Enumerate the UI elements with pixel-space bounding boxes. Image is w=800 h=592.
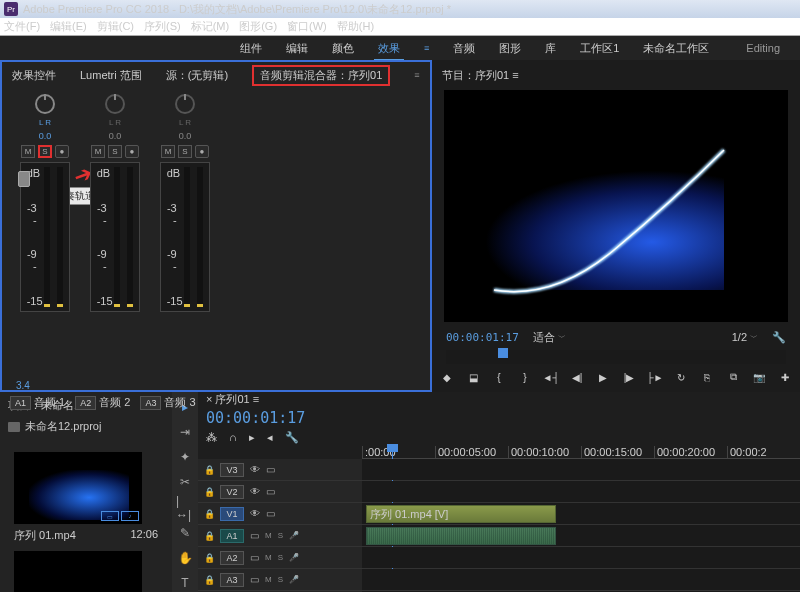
pan-knob[interactable] [35,94,55,114]
lock-icon[interactable]: 🔒 [204,465,214,475]
fader-handle[interactable] [18,171,30,187]
track-a2[interactable]: 🔒A2▭MS🎤 [198,547,800,569]
eye-icon[interactable]: 👁 [250,486,260,497]
in-button[interactable]: { [492,370,506,384]
solo-button[interactable]: S [178,145,192,158]
marker-icon[interactable]: ▸ [249,431,255,444]
export-frame-button[interactable]: 📷 [752,370,766,384]
track-foot-3[interactable]: A3音频 3 [140,395,195,410]
program-scrubber[interactable] [446,350,786,364]
audio-clip[interactable] [366,527,556,545]
track-a3[interactable]: 🔒A3▭MS🎤 [198,569,800,591]
settings-icon[interactable]: ◂ [267,431,273,444]
program-tab[interactable]: 节目：序列01 ≡ [436,64,796,86]
mute-button[interactable]: M [21,145,35,158]
track-v2[interactable]: 🔒V2👁▭ [198,481,800,503]
pan-knob[interactable] [105,94,125,114]
menu-window[interactable]: 窗口(W) [287,19,327,34]
video-clip[interactable]: 序列 01.mp4 [V] [366,505,556,523]
button-editor[interactable]: ✚ [778,370,792,384]
tab-audio-clip-mixer[interactable]: 音频剪辑混合器：序列01 [252,65,390,86]
snap-icon[interactable]: ⁂ [206,431,217,444]
pan-value[interactable]: 0.0 [109,131,122,141]
zoom-dropdown[interactable]: 1/2﹀ [732,331,758,343]
eye-icon[interactable]: 👁 [250,508,260,519]
time-ruler[interactable]: :00:0000:00:05:0000:00:10:0000:00:15:000… [362,446,800,459]
ripple-tool[interactable]: ✦ [176,448,194,465]
ws-menu-icon[interactable]: ≡ [424,43,429,53]
ws-audio[interactable]: 音频 [453,41,475,56]
fit-dropdown[interactable]: 适合﹀ [533,330,566,345]
solo-button[interactable]: S [38,145,52,158]
extract-button[interactable]: ⧉ [726,370,740,384]
eye-icon[interactable]: 👁 [250,464,260,475]
track-a1[interactable]: 🔒A1▭MS🎤 [198,525,800,547]
hand-tool[interactable]: ✋ [176,550,194,567]
lock-icon[interactable]: 🔒 [204,509,214,519]
wrench-icon[interactable]: 🔧 [285,431,299,444]
lock-icon[interactable]: 🔒 [204,575,214,585]
razor-tool[interactable]: ✂ [176,473,194,490]
ws-effects[interactable]: 效果 [378,41,400,56]
wrench-icon[interactable]: 🔧 [772,331,786,344]
loop-button[interactable]: ↻ [674,370,688,384]
project-file[interactable]: 未命名12.prproj [4,415,168,438]
playhead-marker[interactable] [498,348,508,358]
lock-icon[interactable]: 🔒 [204,553,214,563]
record-button[interactable]: ● [195,145,209,158]
lock-icon[interactable]: 🔒 [204,487,214,497]
mic-icon[interactable]: 🎤 [289,553,299,562]
tab-lumetri[interactable]: Lumetri 范围 [80,68,142,83]
add-marker-button[interactable]: ⬓ [466,370,480,384]
pan-value[interactable]: 0.0 [179,131,192,141]
fader[interactable]: dB-3 --9 --15 [20,162,70,312]
mic-icon[interactable]: 🎤 [289,531,299,540]
ws-graphics[interactable]: 图形 [499,41,521,56]
tab-source[interactable]: 源：(无剪辑) [166,68,228,83]
lock-icon[interactable]: 🔒 [204,531,214,541]
link-icon[interactable]: ∩ [229,431,237,444]
tab-effect-controls[interactable]: 效果控件 [12,68,56,83]
go-to-in-button[interactable]: ◄┤ [544,370,558,384]
menu-graphics[interactable]: 图形(G) [239,19,277,34]
track-foot-2[interactable]: A2音频 2 [75,395,130,410]
ws-extra[interactable]: Editing [746,42,780,54]
pan-knob[interactable] [175,94,195,114]
program-timecode[interactable]: 00:00:01:17 [446,331,519,344]
ws-color[interactable]: 颜色 [332,41,354,56]
step-fwd-button[interactable]: |▶ [622,370,636,384]
mark-in-button[interactable]: ◆ [440,370,454,384]
fader[interactable]: dB-3 --9 --15 [160,162,210,312]
out-button[interactable]: } [518,370,532,384]
track-select-tool[interactable]: ⇥ [176,423,194,440]
type-tool[interactable]: T [176,575,194,592]
ws-assembly[interactable]: 组件 [240,41,262,56]
record-button[interactable]: ● [125,145,139,158]
mute-button[interactable]: M [91,145,105,158]
menu-file[interactable]: 文件(F) [4,19,40,34]
solo-button[interactable]: S [108,145,122,158]
track-v1[interactable]: 🔒V1👁▭序列 01.mp4 [V] [198,503,800,525]
menu-sequence[interactable]: 序列(S) [144,19,181,34]
track-v3[interactable]: 🔒V3👁▭ [198,459,800,481]
clip-thumbnail[interactable]: ▭♪ [14,452,142,524]
track-foot-1[interactable]: A1音频 1 [10,395,65,410]
menu-mark[interactable]: 标记(M) [191,19,230,34]
menu-clip[interactable]: 剪辑(C) [97,19,134,34]
ws-ws1[interactable]: 工作区1 [580,41,619,56]
step-back-button[interactable]: ◀| [570,370,584,384]
program-monitor[interactable] [444,90,788,322]
play-button[interactable]: ▶ [596,370,610,384]
slip-tool[interactable]: |↔| [176,499,194,517]
pan-value[interactable]: 0.0 [39,131,52,141]
mute-button[interactable]: M [161,145,175,158]
lift-button[interactable]: ⎘ [700,370,714,384]
menu-edit[interactable]: 编辑(E) [50,19,87,34]
menu-help[interactable]: 帮助(H) [337,19,374,34]
clip-thumbnail-2[interactable] [14,551,142,592]
go-to-out-button[interactable]: ├► [648,370,662,384]
mic-icon[interactable]: 🎤 [289,575,299,584]
menubar[interactable]: 文件(F) 编辑(E) 剪辑(C) 序列(S) 标记(M) 图形(G) 窗口(W… [0,18,800,36]
pen-tool[interactable]: ✎ [176,525,194,542]
panel-menu-icon[interactable]: ≡ [414,70,419,80]
